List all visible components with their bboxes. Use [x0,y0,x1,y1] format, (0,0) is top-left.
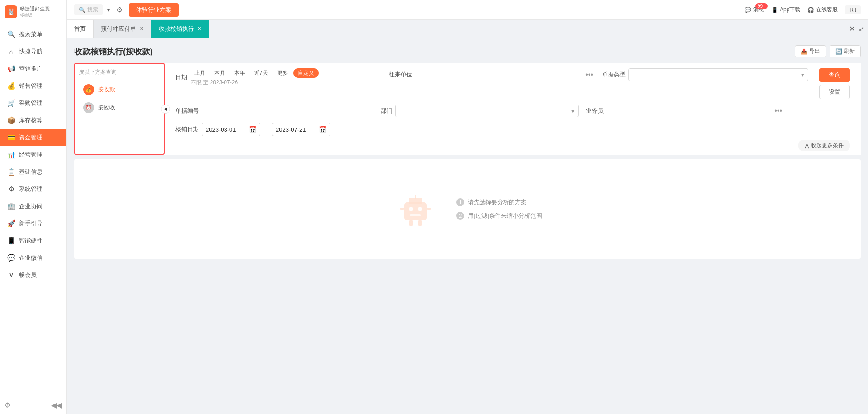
sidebar-item-hardware[interactable]: 📱 智能硬件 [0,232,66,249]
collapse-more-button[interactable]: ⋀ 收起更多条件 [798,140,850,151]
topbar-dropdown-arrow[interactable]: ▾ [107,7,110,13]
sidebar-label-guide: 新手引导 [19,219,42,228]
home-icon: ⌂ [7,48,15,56]
collapse-sidebar-icon[interactable]: ◀◀ [51,401,62,409]
date-btn-7days[interactable]: 近7天 [250,68,272,78]
svg-rect-6 [400,208,404,210]
sidebar-item-guide[interactable]: 🚀 新手引导 [0,215,66,232]
sidebar-label-sales: 销售管理 [19,82,42,90]
date-to: 至 2023-07-26 [203,79,238,86]
settings-bottom-icon[interactable]: ⚙ [5,401,11,409]
app-label: App下载 [780,6,800,14]
message-icon: 💬 [745,7,751,13]
empty-tip-2: 2 用[过滤]条件来缩小分析范围 [456,212,542,220]
logo-icon: 🐰 [5,5,17,18]
sidebar-label-enterprise: 企业协同 [19,202,42,210]
sidebar-label-inventory: 库存核算 [19,116,42,124]
sidebar-label-finance: 资金管理 [19,133,42,142]
tab-prepay-close[interactable]: ✕ [140,26,144,32]
filter-option-receivable-label: 按应收 [98,104,115,112]
refresh-icon: 🔄 [835,48,842,55]
online-service-button[interactable]: 🎧 在线客服 [807,6,838,14]
collapse-left-icon: ◀ [164,106,167,111]
sidebar-item-purchase[interactable]: 🛒 采购管理 [0,95,66,112]
sidebar-label-purchase: 采购管理 [19,99,42,107]
topbar-gear-icon[interactable]: ⚙ [116,5,123,14]
sidebar-label-system: 系统管理 [19,185,42,193]
sidebar: 🐰 畅捷通好生意 标准版 🔍 搜索菜单 ⌂ 快捷导航 📢 营销推广 💰 销售管理… [0,0,67,414]
search-icon: 🔍 [7,30,15,38]
topbar-search-icon: 🔍 [79,7,85,13]
sidebar-item-marketing[interactable]: 📢 营销推广 [0,60,66,77]
date-btn-this-month[interactable]: 本月 [211,68,229,78]
filter-option-by-receipt[interactable]: 💰 按收款 [79,81,160,99]
tip2-num: 2 [456,212,464,220]
verify-date-end-value: 2023-07-21 [276,126,306,133]
basic-info-icon: 📋 [7,168,15,176]
tip1-text: 请先选择要分析的方案 [468,198,527,206]
date-btn-last-month[interactable]: 上月 [191,68,209,78]
filter-collapse-arrow[interactable]: ◀ [161,105,170,114]
counterpart-dots[interactable]: ••• [584,71,595,79]
verify-date-label: 核销日期 [175,125,199,133]
export-button[interactable]: 📤 导出 [795,45,826,57]
message-button[interactable]: 💬 消息 99+ [745,6,764,14]
date-btn-this-year[interactable]: 本年 [231,68,249,78]
verify-date-end-input[interactable]: 2023-07-21 📅 [272,123,330,136]
logo-title: 畅捷通好生意 [20,5,50,12]
query-button[interactable]: 查询 [819,68,850,82]
sidebar-menu: 🔍 搜索菜单 ⌂ 快捷导航 📢 营销推广 💰 销售管理 🛒 采购管理 📦 库存核… [0,24,66,396]
sidebar-label-operation: 经营管理 [19,151,42,159]
sidebar-label-marketing: 营销推广 [19,65,42,73]
sidebar-item-search[interactable]: 🔍 搜索菜单 [0,26,66,43]
sidebar-item-enterprise[interactable]: 🏢 企业协同 [0,198,66,215]
receivable-option-icon: ⏰ [83,102,94,113]
svg-point-3 [409,207,413,211]
sidebar-item-quick-nav[interactable]: ⌂ 快捷导航 [0,43,66,60]
topbar-search-placeholder: 搜索 [87,6,98,14]
sidebar-item-member[interactable]: V 畅会员 [0,266,66,284]
settings-button[interactable]: 设置 [819,85,850,99]
verify-date-start-cal-icon: 📅 [249,126,256,133]
sidebar-item-basic-info[interactable]: 📋 基础信息 [0,163,66,181]
verify-date-start-value: 2023-03-01 [206,126,236,133]
tab-prepay[interactable]: 预付冲应付单 ✕ [94,20,151,38]
svg-rect-5 [410,214,421,216]
tabs-actions: ✕ ⤢ [849,24,868,33]
sidebar-item-finance[interactable]: 💳 资金管理 [0,129,66,146]
topbar: 🔍 搜索 ▾ ⚙ 体验行业方案 💬 消息 99+ 📱 App下载 🎧 在线客服 … [67,0,868,20]
app-download-button[interactable]: 📱 App下载 [771,6,800,14]
tab-receipt-verify[interactable]: 收款核销执行 ✕ [151,20,209,38]
close-all-tabs-icon[interactable]: ✕ [849,24,855,33]
topbar-right: 💬 消息 99+ 📱 App下载 🎧 在线客服 Rit [745,5,861,14]
svg-rect-2 [415,195,416,199]
verify-date-start-input[interactable]: 2023-03-01 📅 [202,123,260,136]
staff-dots[interactable]: ••• [773,107,784,115]
sidebar-item-sales[interactable]: 💰 销售管理 [0,77,66,95]
main-area: 🔍 搜索 ▾ ⚙ 体验行业方案 💬 消息 99+ 📱 App下载 🎧 在线客服 … [67,0,868,414]
tip2-text: 用[过滤]条件来缩小分析范围 [468,212,542,220]
tab-home[interactable]: 首页 [67,20,94,38]
voucher-type-arrow: ▾ [801,71,804,78]
sidebar-item-operation[interactable]: 📊 经营管理 [0,146,66,163]
solution-button[interactable]: 体验行业方案 [129,3,179,17]
refresh-button[interactable]: 🔄 刷新 [830,45,861,57]
user-avatar[interactable]: Rit [845,5,861,14]
collapse-more-label: 收起更多条件 [811,142,844,149]
date-btn-more[interactable]: 更多 [274,68,292,78]
filter-option-by-receivable[interactable]: ⏰ 按应收 [79,99,160,117]
date-btn-custom[interactable]: 自定义 [293,68,319,78]
staff-label: 业务员 [586,107,604,115]
sidebar-item-inventory[interactable]: 📦 库存核算 [0,112,66,129]
sidebar-item-wechat[interactable]: 💬 企业微信 [0,249,66,266]
sidebar-item-system[interactable]: ⚙ 系统管理 [0,181,66,198]
page-title: 收款核销执行(按收款) [74,46,153,57]
tab-receipt-close[interactable]: ✕ [198,26,202,32]
sidebar-bottom: ⚙ ◀◀ [0,396,66,414]
sidebar-label-search: 搜索菜单 [19,30,42,38]
inventory-icon: 📦 [7,116,15,124]
svg-point-4 [418,207,422,211]
operation-icon: 📊 [7,151,15,159]
topbar-search[interactable]: 🔍 搜索 [74,4,103,15]
expand-tab-icon[interactable]: ⤢ [859,24,864,33]
